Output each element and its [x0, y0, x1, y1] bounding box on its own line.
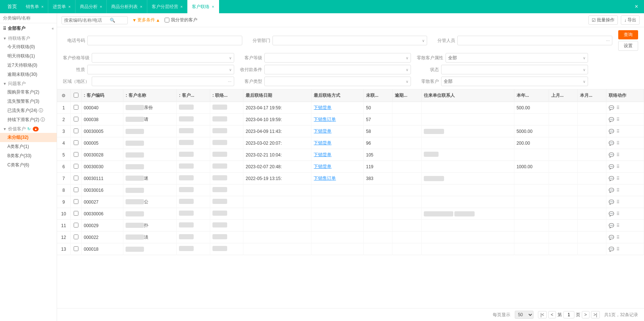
- close-analysis-list-tab[interactable]: ×: [140, 4, 142, 9]
- filter-nature-input[interactable]: ∨: [87, 65, 234, 74]
- grid-icon[interactable]: ⠿: [616, 129, 620, 134]
- page-input[interactable]: [563, 311, 574, 318]
- query-button[interactable]: 查询: [618, 30, 638, 39]
- close-sales-tab[interactable]: ×: [41, 4, 43, 9]
- comment-icon[interactable]: 💬: [609, 200, 614, 205]
- page-size-select[interactable]: 50 100 200: [515, 311, 534, 319]
- row-checkbox[interactable]: [74, 187, 78, 192]
- filter-region-input[interactable]: ···: [92, 77, 234, 86]
- row-checkbox[interactable]: [74, 117, 78, 121]
- sidebar-group-value[interactable]: ▼ 价值客户 ↻ ●: [0, 124, 57, 133]
- contact-way-link[interactable]: 下销货单: [314, 164, 331, 169]
- sidebar-search-box[interactable]: 🔍: [0, 13, 57, 23]
- comment-icon[interactable]: 💬: [609, 141, 614, 146]
- grid-icon[interactable]: ⠿: [616, 235, 620, 240]
- comment-icon[interactable]: 💬: [609, 235, 614, 240]
- sidebar-item-overdue-contact[interactable]: 逾期未联络(30): [0, 70, 57, 79]
- nav-tab-customer-contact[interactable]: 客户联络 ×: [187, 0, 219, 13]
- nav-home[interactable]: 首页: [3, 3, 21, 10]
- grid-icon[interactable]: ⠿: [616, 152, 620, 158]
- close-customer-contact-tab[interactable]: ×: [212, 4, 214, 9]
- comment-icon[interactable]: 💬: [609, 105, 614, 110]
- table-settings-icon[interactable]: ⚙: [61, 93, 66, 98]
- close-all-tabs[interactable]: ×: [632, 3, 641, 10]
- last-page-btn[interactable]: >|: [591, 311, 600, 318]
- filter-scatter-attr-input[interactable]: 全部 ∨: [446, 53, 588, 63]
- filter-price-level-input[interactable]: ∨: [92, 53, 234, 63]
- comment-icon[interactable]: 💬: [609, 152, 614, 158]
- contact-way-link[interactable]: 下销货单: [314, 128, 331, 134]
- row-checkbox[interactable]: [74, 152, 78, 157]
- sidebar-group-problem[interactable]: ▼ 问题客户: [0, 79, 57, 88]
- reset-button[interactable]: 设置: [618, 41, 638, 51]
- nav-tab-analysis-list[interactable]: 商品分析列表 ×: [107, 0, 147, 13]
- main-search-input[interactable]: [64, 18, 108, 23]
- sidebar-item-churn-warning[interactable]: 流失预警客户(3): [0, 97, 57, 106]
- grid-icon[interactable]: ⠿: [616, 141, 620, 146]
- sidebar-item-abnormal-stock[interactable]: 囤购异常客户(2): [0, 88, 57, 97]
- row-checkbox[interactable]: [74, 140, 78, 145]
- filter-scatter-customer-input[interactable]: 全部 ∨: [441, 77, 588, 86]
- comment-icon[interactable]: 💬: [609, 223, 614, 228]
- filter-person-input[interactable]: ···: [457, 36, 612, 45]
- nav-tab-purchase[interactable]: 进货单 ×: [48, 0, 75, 13]
- more-conditions-btn[interactable]: ▼ 更多条件 ▲: [132, 17, 160, 23]
- filter-dept-input[interactable]: ∨: [272, 36, 427, 45]
- nav-tab-analysis[interactable]: 商品分析 ×: [75, 0, 107, 13]
- contact-way-link[interactable]: 下销货单: [314, 152, 331, 157]
- close-customer-tier-tab[interactable]: ×: [180, 4, 183, 9]
- row-checkbox[interactable]: [74, 176, 78, 180]
- sidebar-item-class-a[interactable]: A类客户(1): [0, 142, 57, 151]
- contact-way-link[interactable]: 下销货单: [314, 105, 331, 110]
- prev-page-btn[interactable]: <: [548, 311, 556, 318]
- grid-icon[interactable]: ⠿: [616, 117, 620, 122]
- grid-icon[interactable]: ⠿: [616, 247, 620, 252]
- select-all-checkbox[interactable]: [74, 93, 78, 98]
- contact-way-link[interactable]: 下销售订单: [314, 176, 336, 181]
- row-checkbox[interactable]: [74, 105, 78, 110]
- comment-icon[interactable]: 💬: [609, 117, 614, 122]
- row-checkbox[interactable]: [74, 211, 78, 216]
- row-checkbox[interactable]: [74, 128, 78, 133]
- nav-tab-customer-tier[interactable]: 客户分层经营 ×: [147, 0, 187, 13]
- row-checkbox[interactable]: [74, 223, 78, 227]
- sidebar-collapse-icon[interactable]: «: [52, 27, 54, 31]
- row-checkbox[interactable]: [74, 164, 78, 169]
- row-checkbox[interactable]: [74, 234, 78, 239]
- grid-icon[interactable]: ⠿: [616, 164, 620, 169]
- comment-icon[interactable]: 💬: [609, 188, 614, 193]
- sidebar-item-unclassified[interactable]: 未分组(32): [0, 133, 57, 142]
- grid-icon[interactable]: ⠿: [616, 105, 620, 110]
- sidebar-item-declining[interactable]: 持续下滑客户(2) ⓘ: [0, 115, 57, 124]
- comment-icon[interactable]: 💬: [609, 247, 614, 252]
- sidebar-search-input[interactable]: [3, 15, 57, 21]
- my-customers-check[interactable]: [165, 18, 169, 22]
- sidebar-item-class-c[interactable]: C类客户(6): [0, 160, 57, 170]
- close-purchase-tab[interactable]: ×: [68, 4, 70, 9]
- filter-payment-terms-input[interactable]: ∨: [264, 65, 411, 74]
- comment-icon[interactable]: 💬: [609, 129, 614, 134]
- export-btn[interactable]: ↓ 导出: [621, 15, 640, 25]
- row-checkbox[interactable]: [74, 246, 78, 251]
- grid-icon[interactable]: ⠿: [616, 188, 620, 193]
- grid-icon[interactable]: ⠿: [616, 211, 620, 216]
- filter-customer-type-input[interactable]: ∨: [264, 77, 411, 86]
- main-search-box[interactable]: 🔍: [61, 16, 128, 24]
- row-checkbox[interactable]: [74, 199, 78, 204]
- first-page-btn[interactable]: |<: [538, 311, 547, 318]
- contact-way-link[interactable]: 下销售订单: [314, 117, 336, 122]
- batch-operation-btn[interactable]: ☑ 批量操作: [588, 15, 618, 25]
- sidebar-all-customers[interactable]: ⠿ 全部客户 «: [0, 23, 57, 34]
- my-customers-checkbox[interactable]: 我分管的客户: [165, 17, 197, 23]
- grid-icon[interactable]: ⠿: [616, 176, 620, 181]
- filter-status-input[interactable]: ∨: [441, 65, 588, 74]
- sidebar-item-churned[interactable]: 已流失客户(24) ⓘ: [0, 106, 57, 115]
- filter-phone-input[interactable]: [87, 36, 242, 45]
- close-analysis-tab[interactable]: ×: [100, 4, 102, 9]
- sidebar-item-tomorrow-pending[interactable]: 明天待联络(1): [0, 52, 57, 61]
- comment-icon[interactable]: 💬: [609, 164, 614, 169]
- contact-way-link[interactable]: 下销货单: [314, 140, 331, 145]
- grid-icon[interactable]: ⠿: [616, 200, 620, 205]
- filter-customer-level-input[interactable]: ∨: [264, 53, 411, 63]
- sidebar-group-pending[interactable]: ▼ 待联络客户: [0, 34, 57, 42]
